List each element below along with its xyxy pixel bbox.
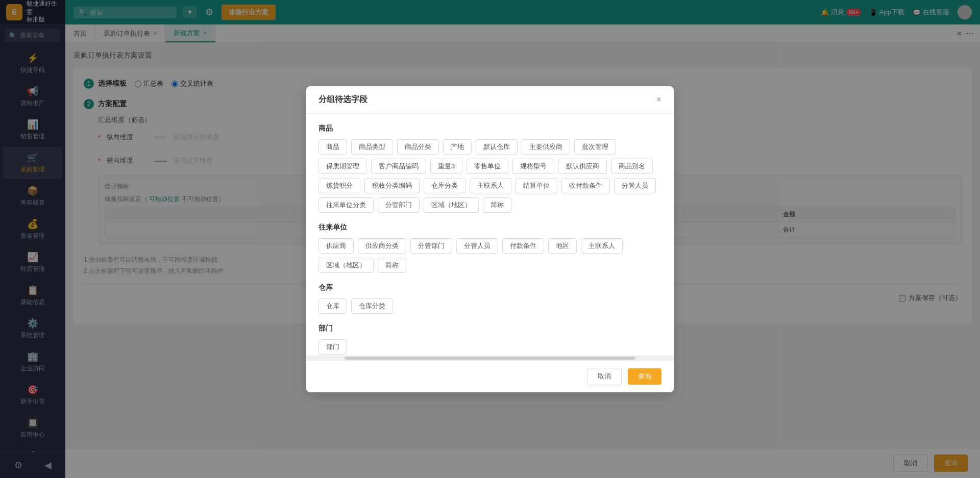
field-tag-goods-14[interactable]: 炼货积分: [318, 178, 360, 193]
field-tag-department-0[interactable]: 部门: [318, 339, 347, 355]
modal-section-tags-department: 部门: [318, 339, 662, 355]
field-tag-goods-16[interactable]: 仓库分类: [424, 178, 465, 193]
field-tag-partner-6[interactable]: 主联系人: [581, 238, 623, 254]
field-tag-goods-22[interactable]: 分管部门: [378, 197, 420, 213]
field-tag-partner-7[interactable]: 区域（地区）: [318, 258, 374, 273]
modal-section-title-warehouse: 仓库: [318, 283, 662, 292]
modal-section-tags-partner: 供应商供应商分类分管部门分管人员付款条件地区主联系人区域（地区）简称: [318, 238, 662, 273]
field-tag-goods-0[interactable]: 商品: [318, 139, 347, 155]
field-tag-goods-19[interactable]: 收付款条件: [561, 178, 610, 193]
field-tag-goods-5[interactable]: 主要供应商: [522, 139, 570, 155]
modal-section-title-department: 部门: [318, 324, 662, 333]
modal-confirm-button[interactable]: 查询: [628, 368, 662, 385]
modal-footer: 取消 查询: [306, 360, 674, 392]
modal-dialog: 分组待选字段 × 商品商品商品类型商品分类产地默认仓库主要供应商批次管理保质期管…: [306, 86, 674, 392]
field-tag-goods-4[interactable]: 默认仓库: [476, 139, 518, 155]
modal-header: 分组待选字段 ×: [306, 86, 674, 114]
modal-hscroll-thumb: [345, 357, 635, 360]
field-tag-goods-15[interactable]: 税收分类编码: [364, 178, 420, 193]
field-tag-goods-9[interactable]: 重量3: [430, 159, 462, 174]
field-tag-goods-17[interactable]: 主联系人: [470, 178, 511, 193]
field-tag-goods-24[interactable]: 简称: [483, 197, 511, 213]
modal-body: 商品商品商品类型商品分类产地默认仓库主要供应商批次管理保质期管理客户商品编码重量…: [306, 114, 674, 356]
field-tag-goods-2[interactable]: 商品分类: [397, 139, 439, 155]
field-tag-partner-0[interactable]: 供应商: [318, 238, 354, 254]
modal-section-partner: 往来单位供应商供应商分类分管部门分管人员付款条件地区主联系人区域（地区）简称: [318, 223, 662, 273]
field-tag-warehouse-0[interactable]: 仓库: [318, 298, 347, 314]
field-tag-partner-5[interactable]: 地区: [548, 238, 577, 254]
field-tag-partner-2[interactable]: 分管部门: [410, 238, 452, 254]
field-tag-goods-23[interactable]: 区域（地区）: [424, 197, 479, 213]
modal-section-warehouse: 仓库仓库仓库分类: [318, 283, 662, 314]
field-tag-goods-8[interactable]: 客户商品编码: [371, 159, 426, 174]
field-tag-partner-1[interactable]: 供应商分类: [358, 238, 406, 254]
modal-section-title-partner: 往来单位: [318, 223, 662, 232]
field-tag-goods-10[interactable]: 零售单位: [467, 159, 508, 174]
field-tag-goods-21[interactable]: 往来单位分类: [318, 197, 374, 213]
modal-overlay[interactable]: 分组待选字段 × 商品商品商品类型商品分类产地默认仓库主要供应商批次管理保质期管…: [0, 0, 980, 478]
field-tag-partner-4[interactable]: 付款条件: [502, 238, 544, 254]
modal-section-title-goods: 商品: [318, 124, 662, 133]
modal-horizontal-scrollbar[interactable]: [306, 356, 674, 360]
field-tag-partner-3[interactable]: 分管人员: [456, 238, 498, 254]
modal-section-goods: 商品商品商品类型商品分类产地默认仓库主要供应商批次管理保质期管理客户商品编码重量…: [318, 124, 662, 213]
modal-section-tags-warehouse: 仓库仓库分类: [318, 298, 662, 314]
modal-title: 分组待选字段: [318, 94, 368, 105]
field-tag-goods-11[interactable]: 规格型号: [512, 159, 554, 174]
field-tag-goods-13[interactable]: 商品别名: [611, 159, 653, 174]
field-tag-goods-6[interactable]: 批次管理: [574, 139, 616, 155]
modal-close-button[interactable]: ×: [656, 94, 662, 105]
field-tag-partner-8[interactable]: 简称: [378, 258, 406, 273]
field-tag-warehouse-1[interactable]: 仓库分类: [351, 298, 393, 314]
field-tag-goods-1[interactable]: 商品类型: [351, 139, 393, 155]
field-tag-goods-3[interactable]: 产地: [443, 139, 472, 155]
field-tag-goods-12[interactable]: 默认供应商: [558, 159, 607, 174]
modal-cancel-button[interactable]: 取消: [587, 368, 622, 385]
modal-section-tags-goods: 商品商品类型商品分类产地默认仓库主要供应商批次管理保质期管理客户商品编码重量3零…: [318, 139, 662, 213]
modal-section-department: 部门部门: [318, 324, 662, 355]
field-tag-goods-7[interactable]: 保质期管理: [318, 159, 367, 174]
field-tag-goods-18[interactable]: 结算单位: [516, 178, 557, 193]
field-tag-goods-20[interactable]: 分管人员: [614, 178, 656, 193]
